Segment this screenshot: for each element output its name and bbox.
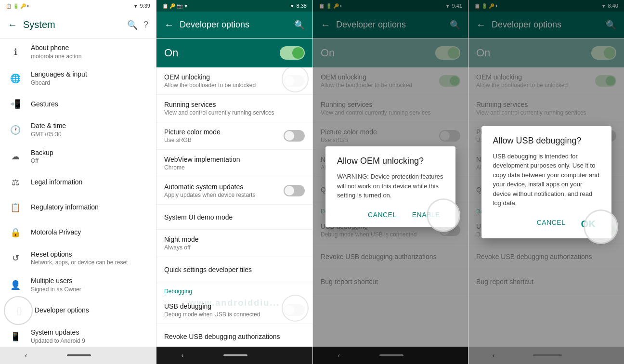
about-phone-subtitle: motorola one action [31, 53, 148, 61]
nav-pill-panel2 [223, 354, 247, 356]
setting-backup[interactable]: ☁ Backup Off [0, 143, 156, 170]
status-time-panel1: 9:39 [140, 3, 150, 9]
picture-color-texts: Picture color mode Use sRGB [164, 128, 284, 143]
dev-opt-system-ui-demo[interactable]: System UI demo mode [156, 205, 312, 230]
developer-toggle[interactable] [280, 46, 305, 60]
system-updates-title: System updates [31, 328, 148, 338]
reset-subtitle: Network, apps, or device can be reset [31, 259, 148, 267]
picture-color-thumb [285, 131, 294, 141]
status-bar-panel1: 📋 🔋 🔑 • ▼ 9:39 [0, 0, 156, 12]
usb-debugging-texts: USB debugging Debug mode when USB is con… [164, 302, 284, 318]
notification-icons: 📋 🔋 🔑 • [6, 3, 29, 9]
setting-developer-options[interactable]: {} Developer options [0, 298, 156, 323]
back-button-panel2[interactable]: ← [164, 19, 174, 30]
system-settings-panel: 📋 🔋 🔑 • ▼ 9:39 ← System 🔍 ? ℹ About phon… [0, 0, 156, 364]
webview-texts: WebView implementation Chrome [164, 156, 305, 171]
dev-opt-night-mode[interactable]: Night mode Always off [156, 230, 312, 257]
notif-icons-2: 📋 🔑 📷 ▼ [162, 3, 188, 9]
setting-regulatory-information[interactable]: 📋 Regulatory information [0, 195, 156, 220]
setting-gestures[interactable]: 📲 Gestures [0, 91, 156, 117]
help-button-panel1[interactable]: ? [143, 20, 148, 30]
oem-dialog-overlay: Allow OEM unlocking? WARNING: Device pro… [313, 0, 468, 364]
usb-dialog-overlay: Allow USB debugging? USB debugging is in… [468, 0, 624, 364]
developer-options-list: www.androiddiu... OEM unlocking Allow th… [156, 67, 312, 347]
dev-opt-picture-color-mode[interactable]: Picture color mode Use sRGB [156, 122, 312, 150]
date-time-title: Date & time [31, 121, 148, 131]
revoke-usb-title: Revoke USB debugging authorizations [164, 333, 305, 340]
legal-icon: ⚖ [8, 175, 23, 190]
setting-languages-input[interactable]: 🌐 Languages & input Gboard [0, 65, 156, 91]
oem-unlocking-subtitle: Allow the bootloader to be unlocked [164, 82, 284, 89]
about-phone-title: About phone [31, 43, 148, 53]
app-bar-panel2: ← Developer options 🔍 [156, 12, 312, 39]
night-mode-subtitle: Always off [164, 244, 305, 251]
setting-legal-information[interactable]: ⚖ Legal information [0, 170, 156, 195]
usb-dialog-cancel[interactable]: Cancel [533, 216, 570, 233]
oem-dialog-title: Allow OEM unlocking? [337, 156, 444, 166]
running-services-title: Running services [164, 101, 305, 108]
enable-button-circle [427, 198, 460, 232]
auto-updates-toggle[interactable] [284, 185, 305, 196]
webview-subtitle: Chrome [164, 164, 305, 171]
usb-dialog-title: Allow USB debugging? [493, 136, 600, 146]
quick-settings-title: Quick settings developer tiles [164, 266, 305, 273]
setting-multiple-users[interactable]: 👤 Multiple users Signed in as Owner [0, 272, 156, 298]
date-time-subtitle: GMT+05:30 [31, 131, 148, 139]
about-phone-icon: ℹ [8, 44, 23, 60]
developer-options-panel: 📋 🔑 📷 ▼ ▼ 8:38 ← Developer options 🔍 On … [156, 0, 313, 364]
search-button-panel1[interactable]: 🔍 [127, 20, 138, 30]
users-icon: 👤 [8, 277, 23, 293]
dev-opt-revoke-usb[interactable]: Revoke USB debugging authorizations [156, 324, 312, 347]
auto-updates-title: Automatic system updates [164, 183, 284, 191]
auto-updates-texts: Automatic system updates Apply updates w… [164, 183, 284, 198]
back-button-panel1[interactable]: ← [8, 19, 17, 30]
night-mode-texts: Night mode Always off [164, 235, 305, 251]
dev-opt-quick-settings[interactable]: Quick settings developer tiles [156, 257, 312, 282]
developer-toggle-thumb [292, 47, 304, 59]
reset-title: Reset options [31, 250, 148, 260]
dev-opt-auto-updates[interactable]: Automatic system updates Apply updates w… [156, 177, 312, 205]
privacy-texts: Motorola Privacy [31, 228, 148, 237]
backup-title: Backup [31, 148, 148, 158]
regulatory-texts: Regulatory information [31, 203, 148, 212]
languages-texts: Languages & input Gboard [31, 70, 148, 87]
usb-debugging-title: USB debugging [164, 302, 284, 310]
gestures-texts: Gestures [31, 100, 148, 109]
ok-button-circle [584, 209, 618, 244]
dev-opt-oem-unlocking[interactable]: OEM unlocking Allow the bootloader to be… [156, 67, 312, 95]
running-services-texts: Running services View and control curren… [164, 101, 305, 116]
usb-dialog-body: USB debugging is intended for developmen… [493, 152, 600, 208]
developer-options-usb-dialog-panel: 📋 🔋 🔑 • ▼ 8:40 ← Developer options 🔍 On … [468, 0, 624, 364]
oem-dialog-cancel[interactable]: Cancel [364, 208, 401, 221]
developer-options-oem-dialog-panel: 📋 🔋 🔑 • ▼ 9:41 ← Developer options 🔍 On … [313, 0, 468, 364]
picture-color-subtitle: Use sRGB [164, 137, 284, 143]
date-time-icon: 🕐 [8, 122, 23, 138]
status-bar-panel2: 📋 🔑 📷 ▼ ▼ 8:38 [156, 0, 312, 12]
status-icons-right-2: ▼ 8:38 [290, 3, 307, 9]
privacy-title: Motorola Privacy [31, 228, 148, 237]
nav-back-panel1[interactable]: ‹ [15, 350, 37, 361]
nav-bar-panel1: ‹ [0, 347, 156, 364]
legal-title: Legal information [31, 178, 148, 187]
setting-motorola-privacy[interactable]: 🔒 Motorola Privacy [0, 220, 156, 245]
auto-updates-thumb [285, 186, 294, 195]
system-updates-texts: System updates Updated to Android 9 [31, 328, 148, 345]
system-ui-demo-title: System UI demo mode [164, 213, 305, 221]
dev-opt-usb-debugging[interactable]: USB debugging Debug mode when USB is con… [156, 297, 312, 324]
search-button-panel2[interactable]: 🔍 [294, 20, 305, 30]
legal-texts: Legal information [31, 178, 148, 187]
setting-about-phone[interactable]: ℹ About phone motorola one action [0, 39, 156, 65]
picture-color-toggle[interactable] [284, 130, 305, 142]
developer-on-row[interactable]: On [156, 39, 312, 67]
dev-opt-webview[interactable]: WebView implementation Chrome [156, 150, 312, 177]
nav-back-panel2[interactable]: ‹ [172, 350, 194, 361]
dev-opt-running-services[interactable]: Running services View and control curren… [156, 95, 312, 122]
setting-reset-options[interactable]: ↺ Reset options Network, apps, or device… [0, 245, 156, 272]
setting-system-updates[interactable]: 📱 System updates Updated to Android 9 [0, 323, 156, 347]
oem-unlocking-texts: OEM unlocking Allow the bootloader to be… [164, 73, 284, 89]
app-bar-title-panel1: System [23, 19, 121, 30]
privacy-icon: 🔒 [8, 225, 23, 240]
status-time-panel2: 8:38 [297, 3, 307, 9]
app-bar-panel1: ← System 🔍 ? [0, 12, 156, 39]
setting-date-time[interactable]: 🕐 Date & time GMT+05:30 [0, 117, 156, 143]
